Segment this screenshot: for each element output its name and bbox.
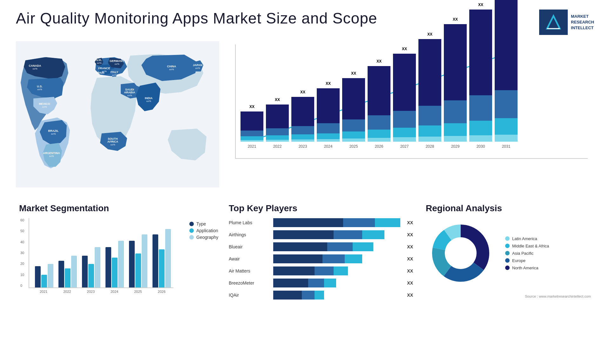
logo-area: MARKET RESEARCH INTELLECT (539, 10, 594, 35)
svg-text:ARABIA: ARABIA (124, 91, 135, 94)
regional-legend: Latin America Middle East & Africa Asia … (505, 236, 549, 270)
seg-x-labels: 2021 2022 2023 2024 2025 2026 (29, 290, 173, 293)
year-label-2026: 2026 (375, 144, 383, 149)
bar-2023: XX 2023 (291, 97, 314, 149)
svg-text:GERMANY: GERMANY (110, 59, 124, 63)
seg-bar-app-2021 (41, 275, 47, 287)
player-name-airthings: Airthings (229, 232, 270, 237)
player-bar-iqair (273, 291, 401, 300)
svg-text:MEXICO: MEXICO (39, 102, 50, 105)
year-label-2023: 2023 (299, 144, 307, 149)
seg-bar-type-2021 (35, 266, 41, 287)
bar-2025: XX 2025 (342, 78, 365, 149)
svg-text:xx%: xx% (169, 68, 174, 71)
legend-label-europe: Europe (512, 258, 525, 263)
player-row-plume: Plume Labs XX (229, 218, 413, 227)
seg-bar-type-2025 (129, 241, 135, 287)
player-val-plume: XX (407, 220, 413, 225)
svg-text:BRAZIL: BRAZIL (48, 129, 59, 132)
svg-text:xx%: xx% (37, 88, 42, 91)
svg-text:CHINA: CHINA (167, 65, 176, 68)
svg-text:xx%: xx% (51, 132, 56, 135)
logo-line1: MARKET (571, 14, 594, 19)
year-label-2028: 2028 (426, 144, 434, 149)
seg-bar-geo-2021 (48, 264, 53, 287)
bar-2021: XX 2021 (241, 111, 263, 149)
segmentation-chart: 60 50 40 30 20 10 0 (29, 218, 173, 288)
page: Air Quality Monitoring Apps Market Size … (0, 0, 610, 364)
svg-text:xx%: xx% (114, 63, 119, 65)
player-row-airthings: Airthings XX (229, 230, 413, 239)
legend-asia-pacific: Asia Pacific (505, 251, 549, 256)
legend-latin-america: Latin America (505, 236, 549, 241)
seg-bar-geo-2022 (71, 256, 77, 287)
logo-line3: INTELLECT (571, 25, 594, 31)
legend-dot-geography (189, 235, 194, 239)
logo-icon (539, 10, 568, 35)
year-label-2022: 2022 (273, 144, 282, 149)
bar-xx-2024: XX (326, 81, 331, 86)
bar-xx-2029: XX (453, 17, 458, 22)
seg-bar-geo-2026 (165, 229, 171, 287)
regional-section: Regional Analysis (423, 200, 594, 306)
bar-2029: XX 2029 (444, 24, 467, 149)
player-bar-airmatters (273, 266, 401, 275)
seg-bar-group-2026 (152, 229, 171, 287)
legend-label-geography: Geography (196, 235, 218, 240)
bar-xx-2023: XX (300, 90, 305, 94)
svg-text:INDIA: INDIA (145, 97, 153, 100)
legend-label-middle-east: Middle East & Africa (512, 244, 549, 248)
svg-text:xx%: xx% (32, 67, 37, 70)
seg-bar-app-2023 (88, 264, 94, 287)
legend-application: Application (189, 228, 218, 233)
legend-dot-application (189, 228, 194, 233)
year-label-2025: 2025 (349, 144, 358, 149)
player-name-plume: Plume Labs (229, 220, 270, 225)
svg-text:xx%: xx% (49, 155, 54, 158)
donut-container: Latin America Middle East & Africa Asia … (426, 218, 591, 288)
players-title: Top Key Players (229, 203, 413, 213)
player-name-awair: Awair (229, 256, 270, 261)
year-label-2031: 2031 (502, 144, 511, 149)
svg-text:ITALY: ITALY (111, 71, 119, 74)
player-name-airmatters: Air Matters (229, 268, 270, 273)
player-val-blueair: XX (407, 244, 413, 249)
legend-type: Type (189, 221, 218, 226)
player-row-iqair: IQAir XX (229, 291, 413, 300)
svg-text:JAPAN: JAPAN (193, 64, 202, 67)
legend-label-asia-pacific: Asia Pacific (512, 251, 533, 256)
year-label-2024: 2024 (324, 144, 333, 149)
legend-dot-europe (505, 258, 510, 263)
player-bar-awair (273, 254, 401, 263)
players-section: Top Key Players Plume Labs XX (226, 200, 416, 306)
segmentation-section: Market Segmentation 60 50 40 30 20 10 0 (16, 200, 219, 306)
svg-text:ARGENTINA: ARGENTINA (43, 152, 60, 155)
svg-text:xx%: xx% (127, 94, 132, 97)
seg-x-2025: 2025 (134, 290, 142, 293)
seg-bar-group-2025 (129, 234, 147, 287)
svg-text:CANADA: CANADA (29, 64, 41, 67)
legend-dot-middle-east (505, 244, 510, 248)
year-label-2021: 2021 (248, 144, 256, 149)
bar-xx-2030: XX (478, 3, 483, 7)
content-grid: CANADA xx% U.S. xx% MEXICO xx% BRAZIL xx… (16, 41, 594, 306)
legend-label-north-america: North America (512, 266, 538, 270)
year-label-2027: 2027 (400, 144, 409, 149)
bar-2028: XX 2028 (418, 39, 441, 149)
svg-text:U.S.: U.S. (37, 85, 43, 88)
seg-bar-app-2025 (135, 253, 141, 287)
donut-svg (426, 218, 496, 288)
player-val-airmatters: XX (407, 268, 413, 273)
bar-xx-2027: XX (402, 47, 407, 51)
legend-dot-asia-pacific (505, 251, 510, 255)
seg-bar-type-2024 (105, 247, 111, 287)
svg-text:U.K.: U.K. (96, 58, 102, 62)
bar-2024: XX 2024 (317, 88, 340, 149)
legend-label-latin-america: Latin America (512, 236, 537, 241)
bar-xx-2025: XX (351, 71, 356, 76)
logo-line2: RESEARCH (571, 19, 594, 25)
page-title: Air Quality Monitoring Apps Market Size … (16, 10, 377, 27)
player-row-airmatters: Air Matters XX (229, 266, 413, 275)
player-val-iqair: XX (407, 293, 413, 298)
legend-label-application: Application (196, 228, 218, 233)
